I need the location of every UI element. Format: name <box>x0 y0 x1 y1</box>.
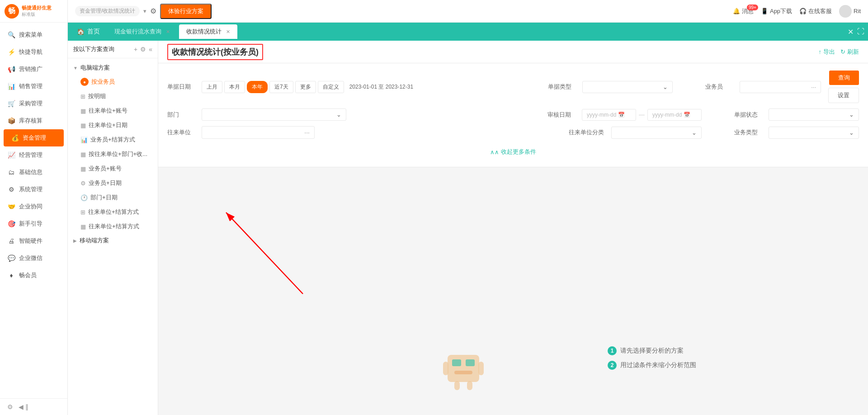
sidebar-item-quicknav[interactable]: ⚡ 快捷导航 <box>0 43 67 61</box>
messages-btn[interactable]: 🔔 消息 99+ <box>733 7 754 15</box>
scheme-settings-btn[interactable]: ⚙ <box>140 46 146 53</box>
trial-btn[interactable]: 体验行业方案 <box>160 4 212 19</box>
table-icon-4: ▦ <box>80 165 86 172</box>
content-area: 按以下方案查询 + ⚙ « ▼ 电脑端方案 ● 按业务员 <box>68 41 868 415</box>
date-btn-thisyear[interactable]: 本年 <box>247 81 268 93</box>
svg-rect-0 <box>448 355 479 382</box>
sidebar-item-guide[interactable]: 🎯 新手引导 <box>0 215 67 232</box>
sidebar-item-purchase[interactable]: 🛒 采购管理 <box>0 95 67 112</box>
table-icon-2: ▦ <box>80 122 86 129</box>
marketing-icon: 📢 <box>7 65 15 73</box>
voucher-status-label: 单据状态 <box>734 111 761 119</box>
filter-row-2: 部门 ⌄ 审核日期 yyyy-mm-dd 📅 — yy <box>167 108 859 121</box>
business-type-select[interactable]: ⌄ <box>769 127 859 139</box>
sidebar-item-basic[interactable]: 🗂 基础信息 <box>0 164 67 181</box>
dept-select[interactable]: ⌄ <box>202 108 346 121</box>
sidebar-item-hardware[interactable]: 🖨 智能硬件 <box>0 232 67 250</box>
tree-item-8[interactable]: 🕐 部门+日期 <box>68 190 158 205</box>
date-btn-lastmonth[interactable]: 上月 <box>202 81 222 93</box>
collapse-more-btn[interactable]: ∧∧ 收起更多条件 <box>167 144 859 160</box>
table-icon-3: ▦ <box>80 151 86 158</box>
counterpart-more-icon[interactable]: ··· <box>304 129 310 136</box>
tree-item-1[interactable]: ⊞ 按明细 <box>68 89 158 104</box>
tab-receipt-stats-close[interactable]: ✕ <box>226 29 230 35</box>
query-btn[interactable]: 查询 <box>829 71 859 85</box>
svg-rect-2 <box>466 359 475 366</box>
user-area[interactable]: Rit <box>839 5 861 18</box>
tab-receipt-stats[interactable]: 收款情况统计 ✕ <box>179 24 237 39</box>
topbar-gear-icon[interactable]: ⚙ <box>150 7 156 15</box>
sidebar-item-wechat[interactable]: 💬 企业微信 <box>0 250 67 267</box>
tab-bank-flow[interactable]: 现金银行流水查询 ✕ <box>107 24 177 39</box>
sidebar-item-enterprise[interactable]: 🤝 企业协同 <box>0 198 67 215</box>
sidebar-item-search[interactable]: 🔍 搜索菜单 <box>0 26 67 43</box>
sidebar-item-operation[interactable]: 📈 经营管理 <box>0 146 67 164</box>
date-btn-more[interactable]: 更多 <box>295 81 316 93</box>
sidebar-footer: ⚙ ◀ ‖ <box>0 398 67 415</box>
grid-icon-2: ⊞ <box>80 209 85 216</box>
tree-item-0[interactable]: ● 按业务员 <box>68 75 158 89</box>
collapse-icon: ∧∧ <box>490 149 499 156</box>
date-btn-custom[interactable]: 自定义 <box>318 81 344 93</box>
scheme-add-btn[interactable]: + <box>134 46 137 53</box>
tab-bank-flow-close[interactable]: ✕ <box>166 29 170 35</box>
tab-home[interactable]: 🏠 首页 <box>71 24 105 39</box>
scheme-collapse-btn[interactable]: « <box>149 46 152 53</box>
data-area: 1 请先选择要分析的方案 2 用过滤条件来缩小分析范围 <box>158 167 868 415</box>
chart-icon: 📊 <box>80 137 88 143</box>
setting-btn[interactable]: 设置 <box>828 88 859 103</box>
tree-item-4[interactable]: 📊 业务员+结算方式 <box>68 132 158 147</box>
sidebar-item-finance[interactable]: 💰 资金管理 <box>4 129 64 146</box>
online-service-btn[interactable]: 🎧 在线客服 <box>799 7 832 15</box>
tree-group-desktop: ▼ 电脑端方案 ● 按业务员 ⊞ 按明细 ▦ 往来单位+账号 <box>68 61 158 234</box>
date-btn-thismonth[interactable]: 本月 <box>224 81 245 93</box>
scheme-header-actions: + ⚙ « <box>134 46 152 53</box>
tree-group-desktop-header[interactable]: ▼ 电脑端方案 <box>68 61 158 75</box>
counterpart-label: 往来单位 <box>167 128 194 137</box>
tree-group-mobile-header[interactable]: ▶ 移动端方案 <box>68 234 158 247</box>
refresh-btn[interactable]: ↻ 刷新 <box>840 48 859 56</box>
sidebar-settings-btn[interactable]: ⚙ <box>7 403 13 410</box>
sidebar-item-marketing[interactable]: 📢 营销推广 <box>0 61 67 78</box>
operation-icon: 📈 <box>7 151 15 159</box>
robot-svg <box>436 341 491 396</box>
date-btn-7days[interactable]: 近7天 <box>269 81 293 93</box>
tree-item-9[interactable]: ⊞ 往来单位+结算方式 <box>68 205 158 219</box>
sidebar-item-sales[interactable]: 📊 销售管理 <box>0 78 67 95</box>
tree-item-3[interactable]: ▦ 往来单位+日期 <box>68 118 158 132</box>
sidebar-collapse-btn[interactable]: ◀ ‖ <box>19 403 28 410</box>
voucher-status-select[interactable]: ⌄ <box>769 108 859 121</box>
salesperson-select[interactable]: ··· <box>740 81 821 93</box>
sidebar-nav: 🔍 搜索菜单 ⚡ 快捷导航 📢 营销推广 📊 销售管理 🛒 采购管理 📦 库存核… <box>0 23 67 398</box>
sidebar-item-system[interactable]: ⚙ 系统管理 <box>0 181 67 198</box>
tree-item-6[interactable]: ▦ 业务员+账号 <box>68 161 158 176</box>
tab-maximize-icon[interactable]: ⛶ <box>857 28 864 36</box>
review-date-to[interactable]: yyyy-mm-dd 📅 <box>647 109 702 121</box>
app-download-btn[interactable]: 📱 App下载 <box>761 7 792 15</box>
scheme-panel-header: 按以下方案查询 + ⚙ « <box>68 41 158 58</box>
tree-item-5[interactable]: ▦ 按往来单位+部门+收... <box>68 147 158 161</box>
tree-item-2[interactable]: ▦ 往来单位+账号 <box>68 104 158 118</box>
review-date-label: 审核日期 <box>547 111 575 119</box>
sidebar: 畅 畅捷通好生意 标准版 🔍 搜索菜单 ⚡ 快捷导航 📢 营销推广 📊 销售管理… <box>0 0 68 415</box>
svg-rect-3 <box>454 371 472 374</box>
page-wrapper: 收款情况统计(按业务员) ↑ 导出 ↻ 刷新 单据日期 <box>158 41 868 415</box>
breadcrumb-dropdown-icon[interactable]: ▾ <box>143 8 146 14</box>
active-scheme-icon: ● <box>80 78 89 86</box>
tab-close-all-icon[interactable]: ✕ <box>848 28 854 36</box>
system-icon: ⚙ <box>7 185 15 193</box>
review-date-from[interactable]: yyyy-mm-dd 📅 <box>582 109 636 121</box>
calendar-icon: 📅 <box>618 112 625 118</box>
sidebar-item-inventory[interactable]: 📦 库存核算 <box>0 112 67 129</box>
tree-item-10[interactable]: ▦ 往来单位+结算方式 <box>68 219 158 234</box>
tree-item-7[interactable]: ⚙ 业务员+日期 <box>68 176 158 190</box>
guide-icon: 🎯 <box>7 220 15 228</box>
export-btn[interactable]: ↑ 导出 <box>819 48 835 56</box>
business-type-dropdown-icon: ⌄ <box>849 129 854 136</box>
counterpart-select[interactable]: ··· <box>202 126 315 139</box>
empty-hints: 1 请先选择要分析的方案 2 用过滤条件来缩小分析范围 <box>608 346 696 370</box>
voucher-type-select[interactable]: ⌄ <box>582 81 673 93</box>
counterpart-cat-select[interactable]: ⌄ <box>611 127 702 139</box>
refresh-icon: ↻ <box>840 48 845 55</box>
sidebar-item-member[interactable]: ♦ 畅会员 <box>0 267 67 284</box>
